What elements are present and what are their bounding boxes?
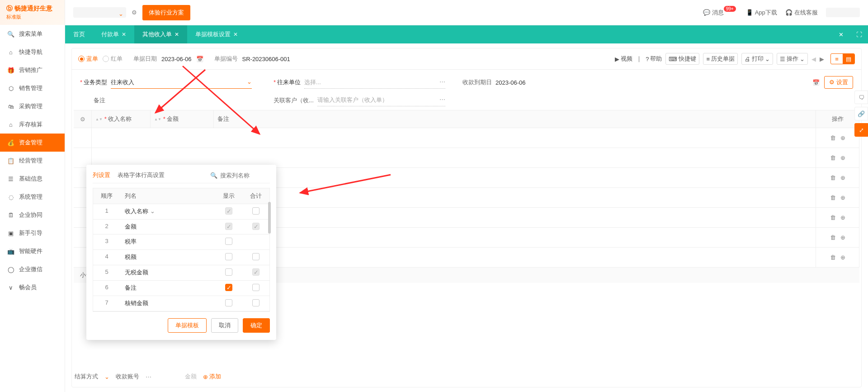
tab[interactable]: 其他收入单✕ xyxy=(134,25,187,43)
rail-note-icon[interactable]: 🗨 xyxy=(854,91,868,104)
checkbox[interactable] xyxy=(225,238,232,245)
video-btn[interactable]: ▶视频 xyxy=(615,55,632,63)
delete-icon[interactable]: 🗑 xyxy=(830,154,836,161)
trial-button[interactable]: 体验行业方案 xyxy=(142,5,190,20)
checkbox[interactable] xyxy=(252,284,259,291)
calendar-icon[interactable]: 📅 xyxy=(196,56,203,62)
account-select[interactable]: ⋯ xyxy=(146,373,151,380)
copy-icon[interactable]: ⊕ xyxy=(840,154,845,161)
sidebar-item[interactable]: 📺智能硬件 xyxy=(0,242,65,260)
table-row[interactable]: 🗑⊕ xyxy=(74,128,859,148)
checkbox[interactable]: ✓ xyxy=(252,223,259,230)
checkbox[interactable]: ✓ xyxy=(252,268,259,276)
view-switch[interactable]: ≡▤ xyxy=(830,53,855,64)
doc-date-value[interactable]: 2023-06-06 xyxy=(161,56,192,62)
sidebar-item[interactable]: ◌系统管理 xyxy=(0,188,65,206)
popup-tab-font[interactable]: 表格字体行高设置 xyxy=(118,171,165,179)
tenant-selector[interactable]: hidden⌄ xyxy=(73,7,126,18)
popup-search-input[interactable] xyxy=(220,172,270,179)
close-icon[interactable]: ✕ xyxy=(122,31,126,38)
delete-icon[interactable]: 🗑 xyxy=(830,234,836,241)
prev-btn[interactable]: ◀ xyxy=(811,56,816,62)
delete-icon[interactable]: 🗑 xyxy=(830,174,836,181)
online-service[interactable]: 🎧在线客服 xyxy=(785,9,818,17)
popup-row[interactable]: 2金额✓✓ xyxy=(93,220,269,234)
popup-row[interactable]: 3税率 xyxy=(93,234,269,250)
popup-row[interactable]: 7核销金额 xyxy=(93,296,269,311)
print-btn[interactable]: 🖨打印⌄ xyxy=(741,53,773,65)
next-btn[interactable]: ▶ xyxy=(820,56,824,62)
radio-blue[interactable]: 蓝单 xyxy=(78,55,98,63)
confirm-button[interactable]: 确定 xyxy=(243,318,270,333)
delete-icon[interactable]: 🗑 xyxy=(830,254,836,261)
close-icon[interactable]: ✕ xyxy=(175,31,179,38)
sidebar-item[interactable]: 🎁营销推广 xyxy=(0,61,65,79)
copy-icon[interactable]: ⊕ xyxy=(840,214,845,221)
operate-btn[interactable]: ☰操作⌄ xyxy=(777,53,808,65)
user-avatar[interactable]: u xyxy=(826,8,860,17)
sort-icon[interactable]: ▲▼ xyxy=(154,118,161,121)
close-tab-icon[interactable]: ✕ xyxy=(832,25,850,43)
message-link[interactable]: 💬消息99+ xyxy=(703,9,738,17)
add-link[interactable]: ⊕添加 xyxy=(203,373,221,381)
checkbox[interactable] xyxy=(225,253,232,260)
sidebar-item[interactable]: 🛍采购管理 xyxy=(0,97,65,115)
radio-red[interactable]: 红单 xyxy=(103,55,123,63)
popup-row[interactable]: 1收入名称 ⌄✓ xyxy=(93,204,269,220)
shortcut-btn[interactable]: ⌨快捷键 xyxy=(665,53,699,65)
checkbox[interactable]: ✓ xyxy=(225,284,232,291)
checkbox[interactable] xyxy=(252,299,259,306)
checkbox[interactable] xyxy=(225,268,232,276)
template-button[interactable]: 单据模板 xyxy=(168,318,207,333)
sidebar-item[interactable]: ⌂快捷导航 xyxy=(0,43,65,61)
app-download[interactable]: 📱App下载 xyxy=(746,9,777,17)
tab[interactable]: 付款单✕ xyxy=(93,25,134,43)
sidebar-item[interactable]: ⌂库存核算 xyxy=(0,115,65,134)
copy-icon[interactable]: ⊕ xyxy=(840,134,845,141)
gear-column-icon[interactable]: ⚙ xyxy=(74,110,92,128)
sidebar-item[interactable]: ☰基础信息 xyxy=(0,170,65,188)
sidebar-item[interactable]: 🗓企业协同 xyxy=(0,206,65,224)
copy-icon[interactable]: ⊕ xyxy=(840,234,845,241)
delete-icon[interactable]: 🗑 xyxy=(830,194,836,201)
due-value[interactable]: 2023-06-06 xyxy=(495,79,526,86)
tab[interactable]: 首页 xyxy=(65,25,93,43)
checkbox[interactable]: ✓ xyxy=(225,223,232,230)
sort-icon[interactable]: ▲▼ xyxy=(95,118,103,121)
copy-icon[interactable]: ⊕ xyxy=(840,254,845,261)
calendar-icon[interactable]: 📅 xyxy=(812,79,820,86)
popup-row[interactable]: 5无税金额✓ xyxy=(93,265,269,281)
popup-row[interactable]: 6备注✓ xyxy=(93,281,269,296)
checkbox[interactable] xyxy=(225,299,232,306)
sidebar-item[interactable]: 💰资金管理 xyxy=(0,134,65,152)
copy-icon[interactable]: ⊕ xyxy=(840,174,845,181)
sidebar-item[interactable]: 📋经营管理 xyxy=(0,152,65,170)
checkbox[interactable] xyxy=(252,253,259,260)
popup-scrollbar[interactable] xyxy=(268,202,271,234)
help-btn[interactable]: ?帮助 xyxy=(646,55,662,63)
cancel-button[interactable]: 取消 xyxy=(211,318,238,333)
popup-row[interactable]: 4税额 xyxy=(93,250,269,265)
remark-input[interactable] xyxy=(109,99,252,102)
checkbox[interactable] xyxy=(252,207,259,215)
gear-icon[interactable]: ⚙ xyxy=(132,9,137,16)
popup-tab-columns[interactable]: 列设置 xyxy=(93,171,110,179)
tab[interactable]: 单据模板设置✕ xyxy=(187,25,246,43)
delete-icon[interactable]: 🗑 xyxy=(830,134,836,141)
checkbox[interactable]: ✓ xyxy=(225,207,232,215)
sidebar-item[interactable]: 🔍搜索菜单 xyxy=(0,25,65,43)
settings-button[interactable]: ⚙ 设置 xyxy=(824,76,853,89)
settle-select[interactable]: ⌄ xyxy=(104,373,109,380)
popup-search[interactable]: 🔍 xyxy=(210,172,270,179)
biz-type-select[interactable]: 往来收入⌄ xyxy=(111,76,252,89)
rel-customer-input[interactable]: 请输入关联客户（收入单）⋯ xyxy=(317,94,445,106)
rail-expand-icon[interactable]: ⤢ xyxy=(854,123,868,137)
party-select[interactable]: 选择...⋯ xyxy=(304,76,445,89)
sidebar-item[interactable]: ▣新手引导 xyxy=(0,224,65,242)
sidebar-item[interactable]: ⬡销售管理 xyxy=(0,79,65,97)
sidebar-item[interactable]: ∨畅会员 xyxy=(0,278,65,296)
close-icon[interactable]: ✕ xyxy=(233,31,238,38)
sidebar-item[interactable]: ◯企业微信 xyxy=(0,260,65,278)
fullscreen-icon[interactable]: ⛶ xyxy=(850,25,868,43)
history-btn[interactable]: ≡历史单据 xyxy=(703,53,738,65)
